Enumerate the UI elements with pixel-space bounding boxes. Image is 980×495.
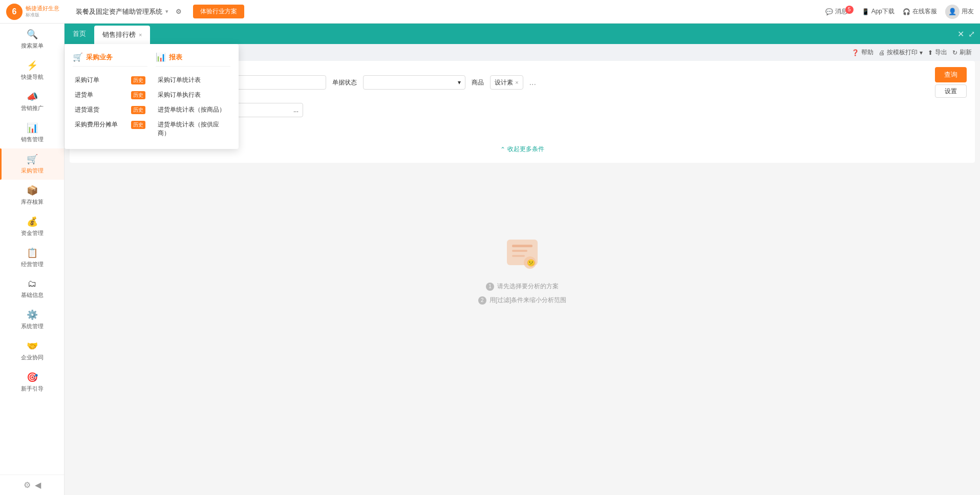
dropdown-inbound-stats-supplier[interactable]: 进货单统计表（按供应商） (156, 117, 230, 141)
search-icon: 🔍 (27, 29, 38, 40)
logo-icon: 6 (6, 4, 23, 20)
tab-right-buttons: ✕ ⤢ (957, 29, 980, 39)
experience-button[interactable]: 体验行业方案 (193, 5, 244, 18)
phone-icon: 📱 (862, 8, 869, 15)
tab-close-icon[interactable]: × (139, 32, 142, 38)
sidebar-item-basic-info[interactable]: 🗂 基础信息 (0, 273, 64, 304)
top-bar: 6 畅捷通好生意 标准版 装餐及固定资产辅助管理系统 ▾ ⚙ 体验行业方案 💬 … (0, 0, 980, 24)
dropdown-purchase-expense[interactable]: 采购费用分摊单 历史 (73, 117, 147, 132)
sidebar-item-quick-nav[interactable]: ⚡ 快捷导航 (0, 55, 64, 86)
tab-maximize-icon[interactable]: ⤢ (968, 29, 975, 39)
money-icon: 💰 (27, 216, 38, 227)
dropdown-inbound-return[interactable]: 进货退货 历史 (73, 102, 147, 117)
collapse-sidebar-icon[interactable]: ◀ (35, 480, 41, 490)
dropdown-arrow-icon[interactable]: ▾ (165, 8, 168, 15)
svg-text:😕: 😕 (527, 259, 536, 267)
top-right-area: 💬 消息 5 📱 App下载 🎧 在线客服 👤 用友 (825, 5, 974, 19)
report-col-icon: 📊 (156, 52, 166, 62)
notification-badge: 5 (845, 6, 854, 14)
sidebar-item-sales[interactable]: 📊 销售管理 (0, 117, 64, 148)
app-download-btn[interactable]: 📱 App下载 (862, 7, 894, 16)
folder-icon: 🗂 (28, 278, 37, 289)
query-button[interactable]: 查询 (935, 67, 967, 82)
sidebar: 🔍 搜索菜单 ⚡ 快捷导航 📣 营销推广 📊 销售管理 🛒 采购管理 📦 (0, 24, 65, 495)
tab-sales-ranking[interactable]: 销售排行榜 × (94, 26, 150, 44)
refresh-button[interactable]: ↻ 刷新 (952, 48, 972, 57)
goods-more-dots[interactable]: ... (529, 78, 536, 87)
history-badge-2: 历史 (131, 91, 145, 99)
logo-badge: 标准版 (26, 12, 59, 18)
empty-illustration: 😕 (497, 229, 548, 277)
empty-state: 😕 1 请先选择要分析的方案 2 用[过滤]条件来缩小分析范围 (65, 199, 980, 335)
bottom-settings-icon[interactable]: ⚙ (24, 480, 31, 490)
purchase-col: 🛒 采购业务 采购订单 历史 进货单 历史 进货退货 历史 采购费用分摊单 历史 (73, 52, 147, 141)
goods-label: 商品 (472, 78, 484, 87)
dropdown-purchase-order-exec[interactable]: 采购订单执行表 (156, 88, 230, 102)
box-icon: 📦 (27, 185, 38, 196)
cart-icon: 🛒 (27, 154, 38, 165)
history-badge-4: 历史 (131, 121, 145, 129)
collapse-up-icon: ⌃ (500, 146, 505, 153)
gear-icon: ⚙️ (27, 309, 38, 320)
refresh-icon: ↻ (952, 49, 957, 56)
settings-button[interactable]: 设置 (935, 84, 967, 98)
tab-close-window-icon[interactable]: ✕ (957, 29, 964, 39)
chart-icon: 📊 (27, 122, 38, 134)
goods-tag-close[interactable]: × (515, 79, 518, 85)
messages-btn[interactable]: 💬 消息 5 (825, 7, 854, 16)
help-button[interactable]: ❓ 帮助 (851, 48, 874, 57)
dropdown-inbound-stats-goods[interactable]: 进货单统计表（按商品） (156, 102, 230, 117)
dropdown-inbound[interactable]: 进货单 历史 (73, 88, 147, 102)
tab-bar: 首页 销售排行榜 × ✕ ⤢ (65, 24, 980, 44)
sidebar-item-operations[interactable]: 📋 经营管理 (0, 242, 64, 273)
export-icon: ⬆ (928, 49, 933, 56)
megaphone-icon: 📣 (27, 91, 38, 102)
sidebar-item-purchase[interactable]: 🛒 采购管理 (0, 148, 64, 180)
dropdown-purchase-order[interactable]: 采购订单 历史 (73, 73, 147, 88)
logo-area: 6 畅捷通好生意 标准版 (6, 4, 71, 20)
report-col-title: 📊 报表 (156, 52, 230, 67)
help-icon: ❓ (851, 49, 859, 56)
settings-icon[interactable]: ⚙ (172, 5, 186, 19)
dropdown-purchase-order-stats[interactable]: 采购订单统计表 (156, 73, 230, 88)
sidebar-item-finance[interactable]: 💰 资金管理 (0, 211, 64, 242)
empty-step-1: 1 请先选择要分析的方案 (486, 282, 559, 291)
history-badge: 历史 (131, 76, 145, 84)
sidebar-item-marketing[interactable]: 📣 营销推广 (0, 86, 64, 117)
app-container: 6 畅捷通好生意 标准版 装餐及固定资产辅助管理系统 ▾ ⚙ 体验行业方案 💬 … (0, 0, 980, 495)
print-icon: 🖨 (879, 49, 885, 56)
headset-icon: 🎧 (903, 8, 910, 15)
target-icon: 🎯 (27, 372, 38, 383)
print-dropdown-icon: ▾ (920, 49, 923, 56)
logo-text: 畅捷通好生意 (26, 5, 59, 12)
lightning-icon: ⚡ (27, 60, 38, 71)
svg-rect-1 (512, 245, 532, 247)
message-icon: 💬 (825, 8, 833, 15)
print-template-button[interactable]: 🖨 按模板打印 ▾ (879, 48, 923, 57)
staff-dots: ... (293, 106, 299, 114)
purchase-col-icon: 🛒 (73, 52, 83, 62)
sidebar-item-search[interactable]: 🔍 搜索菜单 (0, 24, 64, 55)
system-title-text: 装餐及固定资产辅助管理系统 (76, 7, 162, 16)
avatar: 👤 (945, 5, 960, 19)
report-col: 📊 报表 采购订单统计表 采购订单执行表 进货单统计表（按商品） 进货单统计表（… (156, 52, 230, 141)
sidebar-item-system[interactable]: ⚙️ 系统管理 (0, 304, 64, 335)
action-buttons: 查询 设置 (935, 67, 967, 98)
clipboard-icon: 📋 (27, 247, 38, 259)
online-service-btn[interactable]: 🎧 在线客服 (903, 7, 937, 16)
sidebar-item-enterprise[interactable]: 🤝 企业协同 (0, 335, 64, 367)
status-select[interactable]: ▾ (363, 75, 465, 90)
goods-tag: 设计素 × (490, 75, 523, 90)
user-menu[interactable]: 👤 用友 (945, 5, 974, 19)
sidebar-item-newbie[interactable]: 🎯 新手引导 (0, 367, 64, 398)
handshake-icon: 🤝 (27, 340, 38, 352)
svg-rect-3 (512, 255, 525, 257)
empty-step-2: 2 用[过滤]条件来缩小分析范围 (478, 296, 567, 305)
sidebar-bottom: ⚙ ◀ (0, 475, 64, 495)
chevron-down-icon: ▾ (458, 79, 461, 86)
tab-home[interactable]: 首页 (65, 24, 94, 44)
export-button[interactable]: ⬆ 导出 (928, 48, 947, 57)
purchase-col-title: 🛒 采购业务 (73, 52, 147, 67)
sidebar-item-inventory[interactable]: 📦 库存核算 (0, 180, 64, 211)
status-label: 单据状态 (332, 78, 357, 87)
